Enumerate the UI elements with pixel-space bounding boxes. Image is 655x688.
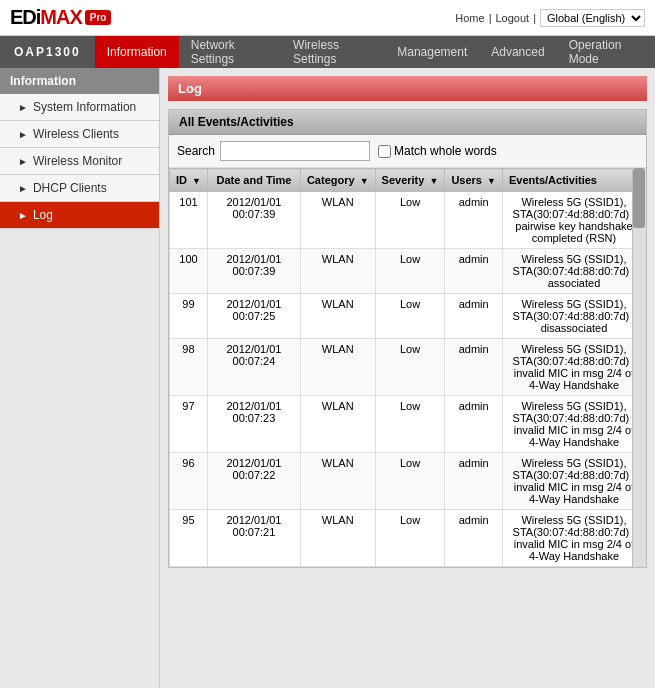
- cell-id: 98: [170, 339, 208, 396]
- cell-id: 95: [170, 510, 208, 567]
- cell-id: 99: [170, 294, 208, 339]
- cell-severity: Low: [375, 192, 445, 249]
- cell-category: WLAN: [300, 453, 375, 510]
- cell-events: Wireless 5G (SSID1), STA(30:07:4d:88:d0:…: [502, 453, 645, 510]
- sort-arrow-users: ▼: [487, 176, 496, 186]
- table-scroll-inner: ID ▼ Date and Time Category ▼: [169, 168, 646, 567]
- cell-category: WLAN: [300, 192, 375, 249]
- table-row: 982012/01/01 00:07:24WLANLowadminWireles…: [170, 339, 646, 396]
- sidebar-label-system: System Information: [33, 100, 136, 114]
- cell-users: admin: [445, 192, 503, 249]
- table-container: All Events/Activities Search Match whole…: [168, 109, 647, 568]
- sidebar-item-system[interactable]: ► System Information: [0, 94, 159, 121]
- navbar: OAP1300 Information Network Settings Wir…: [0, 36, 655, 68]
- table-title: All Events/Activities: [169, 110, 646, 135]
- table-scroll-wrapper: ID ▼ Date and Time Category ▼: [169, 168, 646, 567]
- logo-area: EDiMAX Pro: [10, 6, 111, 29]
- sidebar-label-log: Log: [33, 208, 53, 222]
- logo-pro: Pro: [85, 10, 112, 25]
- cell-events: Wireless 5G (SSID1), STA(30:07:4d:88:d0:…: [502, 294, 645, 339]
- col-id[interactable]: ID ▼: [170, 169, 208, 192]
- chevron-right-icon: ►: [18, 210, 28, 221]
- col-events[interactable]: Events/Activities: [502, 169, 645, 192]
- match-whole-label[interactable]: Match whole words: [378, 144, 497, 158]
- search-input[interactable]: [220, 141, 370, 161]
- sidebar-item-wireless-monitor[interactable]: ► Wireless Monitor: [0, 148, 159, 175]
- cell-datetime: 2012/01/01 00:07:22: [207, 453, 300, 510]
- header-links: Home | Logout | Global (English): [455, 9, 645, 27]
- cell-id: 96: [170, 453, 208, 510]
- cell-datetime: 2012/01/01 00:07:39: [207, 192, 300, 249]
- cell-events: Wireless 5G (SSID1), STA(30:07:4d:88:d0:…: [502, 339, 645, 396]
- cell-users: admin: [445, 249, 503, 294]
- cell-id: 101: [170, 192, 208, 249]
- events-table: ID ▼ Date and Time Category ▼: [169, 168, 646, 567]
- match-whole-text: Match whole words: [394, 144, 497, 158]
- nav-item-operation[interactable]: Operation Mode: [557, 36, 655, 68]
- col-severity[interactable]: Severity ▼: [375, 169, 445, 192]
- col-datetime[interactable]: Date and Time: [207, 169, 300, 192]
- table-row: 992012/01/01 00:07:25WLANLowadminWireles…: [170, 294, 646, 339]
- home-link[interactable]: Home: [455, 12, 484, 24]
- nav-item-information[interactable]: Information: [95, 36, 179, 68]
- cell-datetime: 2012/01/01 00:07:23: [207, 396, 300, 453]
- scrollbar-thumb[interactable]: [633, 168, 645, 228]
- cell-severity: Low: [375, 294, 445, 339]
- cell-category: WLAN: [300, 510, 375, 567]
- cell-users: admin: [445, 396, 503, 453]
- table-row: 1012012/01/01 00:07:39WLANLowadminWirele…: [170, 192, 646, 249]
- cell-events: Wireless 5G (SSID1), STA(30:07:4d:88:d0:…: [502, 249, 645, 294]
- nav-item-wireless[interactable]: Wireless Settings: [281, 36, 385, 68]
- col-users[interactable]: Users ▼: [445, 169, 503, 192]
- sidebar-header: Information: [0, 68, 159, 94]
- cell-users: admin: [445, 339, 503, 396]
- sidebar-item-log[interactable]: ► Log: [0, 202, 159, 229]
- table-body: 1012012/01/01 00:07:39WLANLowadminWirele…: [170, 192, 646, 567]
- header: EDiMAX Pro Home | Logout | Global (Engli…: [0, 0, 655, 36]
- nav-item-management[interactable]: Management: [385, 36, 479, 68]
- cell-datetime: 2012/01/01 00:07:24: [207, 339, 300, 396]
- lang-select[interactable]: Global (English): [540, 9, 645, 27]
- chevron-right-icon: ►: [18, 102, 28, 113]
- col-category[interactable]: Category ▼: [300, 169, 375, 192]
- sidebar-item-wireless-clients[interactable]: ► Wireless Clients: [0, 121, 159, 148]
- nav-item-network[interactable]: Network Settings: [179, 36, 281, 68]
- cell-datetime: 2012/01/01 00:07:25: [207, 294, 300, 339]
- cell-id: 97: [170, 396, 208, 453]
- match-whole-checkbox[interactable]: [378, 145, 391, 158]
- sort-arrow-category: ▼: [360, 176, 369, 186]
- search-label: Search: [177, 144, 215, 158]
- main-layout: Information ► System Information ► Wirel…: [0, 68, 655, 688]
- table-row: 962012/01/01 00:07:22WLANLowadminWireles…: [170, 453, 646, 510]
- logout-link[interactable]: Logout: [495, 12, 529, 24]
- cell-category: WLAN: [300, 339, 375, 396]
- cell-category: WLAN: [300, 294, 375, 339]
- chevron-right-icon: ►: [18, 183, 28, 194]
- scrollbar-track[interactable]: [632, 168, 646, 567]
- cell-users: admin: [445, 510, 503, 567]
- cell-category: WLAN: [300, 249, 375, 294]
- table-row: 952012/01/01 00:07:21WLANLowadminWireles…: [170, 510, 646, 567]
- table-row: 1002012/01/01 00:07:39WLANLowadminWirele…: [170, 249, 646, 294]
- content-area: Log All Events/Activities Search Match w…: [160, 68, 655, 688]
- separator1: |: [489, 12, 492, 24]
- nav-item-advanced[interactable]: Advanced: [479, 36, 556, 68]
- device-label: OAP1300: [0, 45, 95, 59]
- cell-severity: Low: [375, 453, 445, 510]
- sort-arrow-severity: ▼: [429, 176, 438, 186]
- cell-users: admin: [445, 453, 503, 510]
- content-title: Log: [168, 76, 647, 101]
- sidebar-item-dhcp[interactable]: ► DHCP Clients: [0, 175, 159, 202]
- separator2: |: [533, 12, 536, 24]
- logo-text: EDiMAX: [10, 6, 82, 29]
- table-row: 972012/01/01 00:07:23WLANLowadminWireles…: [170, 396, 646, 453]
- sidebar: Information ► System Information ► Wirel…: [0, 68, 160, 688]
- search-bar: Search Match whole words: [169, 135, 646, 168]
- cell-users: admin: [445, 294, 503, 339]
- cell-id: 100: [170, 249, 208, 294]
- cell-events: Wireless 5G (SSID1), STA(30:07:4d:88:d0:…: [502, 396, 645, 453]
- sidebar-label-wireless-monitor: Wireless Monitor: [33, 154, 122, 168]
- sort-arrow-id: ▼: [192, 176, 201, 186]
- cell-category: WLAN: [300, 396, 375, 453]
- sidebar-label-dhcp: DHCP Clients: [33, 181, 107, 195]
